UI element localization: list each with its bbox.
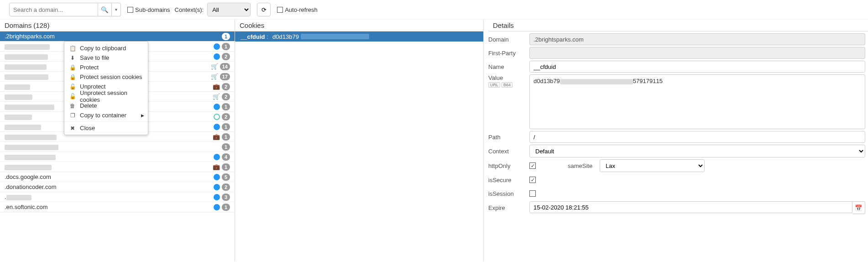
domain-name xyxy=(5,103,54,110)
domain-row[interactable]: .2brightsparks.com1 xyxy=(0,31,235,42)
domain-name: .en.softonic.com xyxy=(5,204,48,210)
count-badge: 4 xyxy=(222,153,230,161)
dot-icon xyxy=(214,194,220,200)
calendar-button[interactable]: 📅 xyxy=(852,201,865,214)
context-menu-item[interactable]: 🔓Unprotect session cookies xyxy=(64,91,148,101)
label-context: Context xyxy=(488,148,529,155)
domain-row[interactable]: .en.softonic.com1 xyxy=(0,202,235,212)
refresh-button[interactable]: ⟳ xyxy=(257,3,271,16)
context-menu: 📋Copy to clipboard⬇Save to file🔒Protect🔒… xyxy=(64,41,148,135)
count-badge: 1 xyxy=(222,43,230,50)
cookie-name: __cfduid xyxy=(241,33,265,40)
label-domain: Domain xyxy=(488,36,529,43)
menu-item-label: Protect xyxy=(80,64,99,71)
dot-icon xyxy=(214,53,220,60)
refresh-icon: ⟳ xyxy=(261,6,267,13)
domain-row[interactable]: .3 xyxy=(0,192,235,202)
search-domain-input[interactable] xyxy=(9,3,98,16)
select-samesite[interactable]: Lax xyxy=(600,159,705,172)
cookies-list[interactable]: __cfduid:d0d13b79 579179115 xyxy=(235,31,483,262)
menu-item-label: Protect session cookies xyxy=(80,73,142,80)
menu-item-label: Close xyxy=(80,125,95,131)
caret-down-icon: ▼ xyxy=(115,8,118,12)
count-badge: 1 xyxy=(222,133,230,141)
count-badge: 1 xyxy=(222,143,230,151)
autorefresh-checkbox-wrap[interactable]: Auto-refresh xyxy=(277,6,318,13)
search-box: 🔍 ▼ xyxy=(9,3,121,16)
domain-row[interactable]: .donationcoder.com2 xyxy=(0,182,235,192)
tag-url[interactable]: URL xyxy=(488,82,500,88)
menu-item-icon: 📋 xyxy=(70,45,75,52)
autorefresh-label: Auto-refresh xyxy=(285,6,318,13)
count-badge: 1 xyxy=(222,204,230,211)
count-badge: 1 xyxy=(222,103,230,110)
menu-item-icon: 🔒 xyxy=(70,74,75,80)
check-httponly[interactable]: ✓ xyxy=(529,162,536,169)
input-path[interactable] xyxy=(529,131,865,143)
details-column: Details Domain First-Party Name Value UR… xyxy=(484,20,868,262)
search-dropdown-button[interactable]: ▼ xyxy=(112,3,121,16)
domain-row[interactable]: 1 xyxy=(0,142,235,152)
contexts-select[interactable]: All xyxy=(207,3,251,16)
check-issecure[interactable]: ✓ xyxy=(529,177,536,183)
context-menu-item[interactable]: 📋Copy to clipboard xyxy=(64,43,148,53)
domain-name xyxy=(5,143,58,150)
dot-icon xyxy=(214,184,220,190)
context-menu-item[interactable]: 🔒Protect session cookies xyxy=(64,72,148,82)
submenu-arrow-icon: ▶ xyxy=(141,113,144,118)
dot-icon xyxy=(214,174,220,180)
domain-row[interactable]: .docs.google.com5 xyxy=(0,172,235,182)
check-issession[interactable] xyxy=(529,190,536,197)
close-icon: ✖ xyxy=(70,125,75,131)
cookies-column: Cookies __cfduid:d0d13b79 579179115 xyxy=(235,20,484,262)
count-badge: 2 xyxy=(222,113,230,121)
menu-item-label: Copy to clipboard xyxy=(80,45,126,52)
domain-name: .donationcoder.com xyxy=(5,183,56,190)
details-grid: Domain First-Party Name Value URL B64 xyxy=(488,31,868,218)
cart-icon: 🛒 xyxy=(211,73,218,80)
toolbar: 🔍 ▼ Sub-domains Context(s): All ⟳ Auto-r… xyxy=(0,0,868,20)
menu-item-label: Save to file xyxy=(80,54,109,61)
tag-b64[interactable]: B64 xyxy=(502,82,512,88)
menu-item-icon: ⬇ xyxy=(70,55,75,61)
select-context[interactable]: Default xyxy=(529,145,865,157)
domain-name xyxy=(5,73,48,80)
briefcase-icon: 💼 xyxy=(213,83,220,90)
input-name[interactable] xyxy=(529,61,865,73)
dot-icon xyxy=(214,104,220,110)
input-domain[interactable] xyxy=(529,33,865,45)
domain-name xyxy=(5,53,48,60)
context-menu-item[interactable]: ❐Copy to container▶ xyxy=(64,110,148,120)
subdomains-checkbox-wrap[interactable]: Sub-domains xyxy=(127,6,170,13)
domain-name xyxy=(5,163,52,170)
autorefresh-checkbox[interactable] xyxy=(277,7,283,13)
domain-row[interactable]: 💼1 xyxy=(0,162,235,172)
count-badge: 2 xyxy=(222,53,230,60)
label-issession: isSession xyxy=(488,190,529,197)
input-expire[interactable] xyxy=(529,201,852,213)
domain-name xyxy=(5,93,32,100)
search-button[interactable]: 🔍 xyxy=(98,3,112,16)
label-first-party: First-Party xyxy=(488,50,529,57)
domain-name xyxy=(5,153,56,160)
context-menu-item[interactable]: 🗑Delete xyxy=(64,101,148,110)
cookies-header: Cookies xyxy=(235,20,483,31)
label-value: Value xyxy=(488,74,529,81)
subdomains-checkbox[interactable] xyxy=(127,7,133,13)
domain-name xyxy=(5,63,47,70)
count-badge: 1 xyxy=(222,33,230,40)
label-samesite: sameSite xyxy=(568,162,600,169)
input-first-party[interactable] xyxy=(529,47,865,59)
context-menu-item[interactable]: 🔒Protect xyxy=(64,63,148,72)
count-badge: 2 xyxy=(222,183,230,191)
menu-item-icon: ❐ xyxy=(70,112,75,119)
briefcase-icon: 💼 xyxy=(213,163,220,170)
context-menu-close[interactable]: ✖Close xyxy=(64,123,148,133)
swirl-icon xyxy=(214,114,220,120)
cookie-row[interactable]: __cfduid:d0d13b79 579179115 xyxy=(235,31,483,42)
input-value[interactable]: d0d13b79579179115 xyxy=(529,74,865,129)
context-menu-item[interactable]: ⬇Save to file xyxy=(64,53,148,63)
menu-item-icon: 🔒 xyxy=(70,64,75,71)
domain-row[interactable]: 4 xyxy=(0,152,235,162)
dot-icon xyxy=(214,204,220,210)
